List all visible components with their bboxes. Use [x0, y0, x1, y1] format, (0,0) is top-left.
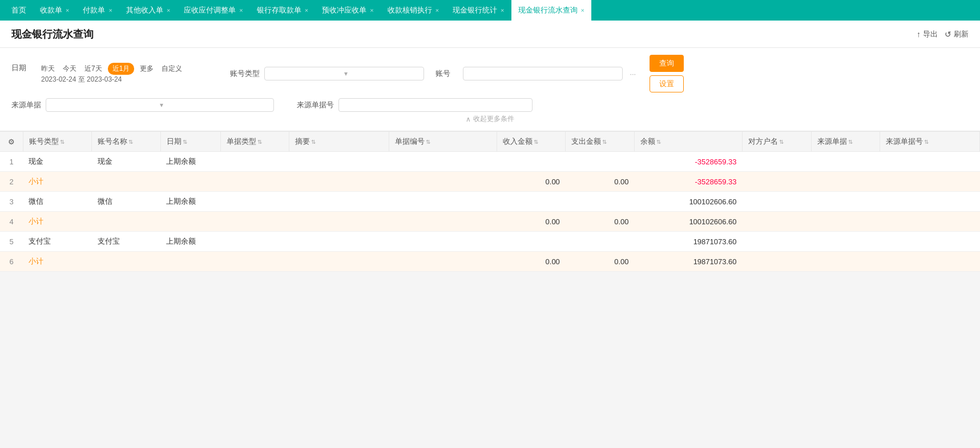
close-cash-bank-flow[interactable]: × [581, 7, 584, 14]
row-doc-no [389, 212, 497, 232]
source-doc-no-input[interactable] [338, 98, 533, 112]
account-no-label: 账号 [435, 68, 458, 79]
row-source-doc [811, 172, 880, 192]
row-doc-type [220, 232, 289, 252]
nav-payment[interactable]: 付款单 × [76, 0, 119, 21]
col-source-doc-no[interactable]: 来源单据号⇅ [880, 132, 980, 152]
row-source-doc [811, 152, 880, 172]
account-no-select[interactable] [463, 67, 623, 80]
row-doc-type [220, 252, 289, 272]
row-date [160, 212, 220, 232]
row-balance: 100102606.60 [635, 192, 743, 212]
close-other-income[interactable]: × [167, 7, 170, 14]
collapse-bar[interactable]: ∧ 收起更多条件 [11, 114, 969, 124]
nav-bank-deposit[interactable]: 银行存取款单 × [250, 0, 315, 21]
source-doc-select[interactable]: ▾ [46, 98, 274, 112]
row-source-doc [811, 252, 880, 272]
close-receipt[interactable]: × [66, 7, 69, 14]
col-income[interactable]: 收入金额⇅ [497, 132, 566, 152]
export-button[interactable]: ↑ 导出 [917, 29, 938, 39]
date-more[interactable]: 更多 [138, 63, 156, 75]
row-expense: 0.00 [566, 212, 635, 232]
query-button[interactable]: 查询 [650, 55, 684, 72]
row-doc-no [389, 172, 497, 192]
row-income [497, 152, 566, 172]
nav-receipt[interactable]: 收款单 × [33, 0, 76, 21]
close-receipt-cancel[interactable]: × [435, 7, 439, 14]
close-ar-ap-adjust[interactable]: × [239, 7, 243, 14]
row-no: 6 [0, 252, 23, 272]
col-doc-type[interactable]: 单据类型⇅ [220, 132, 289, 152]
row-income: 0.00 [497, 252, 566, 272]
table-row: 6小计0.000.0019871073.60 [0, 252, 980, 272]
row-account-type: 小计 [23, 172, 92, 192]
row-no: 1 [0, 152, 23, 172]
nav-other-income[interactable]: 其他收入单 × [119, 0, 177, 21]
export-icon: ↑ [917, 30, 921, 39]
date-7days[interactable]: 近7天 [82, 63, 104, 75]
row-balance: -3528659.33 [635, 172, 743, 192]
col-summary[interactable]: 摘要⇅ [289, 132, 389, 152]
col-expense[interactable]: 支出金额⇅ [566, 132, 635, 152]
nav-cash-bank-stat[interactable]: 现金银行统计 × [446, 0, 511, 21]
col-source-doc[interactable]: 来源单据⇅ [811, 132, 880, 152]
nav-cash-bank-flow[interactable]: 现金银行流水查询 × [511, 0, 591, 21]
source-doc-no-filter: 来源单据号 [297, 98, 533, 112]
table-header-row: ⚙ 账号类型⇅ 账号名称⇅ 日期⇅ 单据类型⇅ 摘要⇅ 单据编号 [0, 132, 980, 152]
col-gear[interactable]: ⚙ [0, 132, 23, 152]
col-account-type[interactable]: 账号类型⇅ [23, 132, 92, 152]
row-account-name [92, 172, 161, 192]
date-options: 昨天 今天 近7天 近1月 更多 自定义 2023-02-24 至 2023-0… [39, 63, 184, 84]
collapse-icon: ∧ [466, 115, 471, 123]
col-account-name[interactable]: 账号名称⇅ [92, 132, 161, 152]
table-row: 1现金现金上期余额-3528659.33 [0, 152, 980, 172]
refresh-button[interactable]: ↺ 刷新 [945, 29, 969, 39]
date-1month[interactable]: 近1月 [108, 63, 135, 75]
source-doc-filter: 来源单据 ▾ [11, 98, 274, 112]
row-doc-type [220, 152, 289, 172]
row-counterpart [743, 232, 812, 252]
row-doc-type [220, 172, 289, 192]
date-yesterday[interactable]: 昨天 [39, 63, 57, 75]
row-source-doc-no [880, 252, 980, 272]
close-advance-write-off[interactable]: × [370, 7, 373, 14]
nav-advance-write-off[interactable]: 预收冲应收单 × [315, 0, 380, 21]
date-custom[interactable]: 自定义 [159, 63, 184, 75]
row-summary [289, 232, 389, 252]
filter-row-2: 来源单据 ▾ 来源单据号 [11, 98, 969, 112]
date-today[interactable]: 今天 [61, 63, 79, 75]
close-bank-deposit[interactable]: × [305, 7, 308, 14]
account-type-filter: 账号类型 ▾ [230, 67, 424, 80]
close-payment[interactable]: × [108, 7, 112, 14]
nav-home[interactable]: 首页 [5, 0, 33, 21]
row-counterpart [743, 172, 812, 192]
col-balance[interactable]: 余额⇅ [635, 132, 743, 152]
date-filter: 日期 昨天 今天 近7天 近1月 更多 自定义 2023-02-24 至 202… [11, 63, 184, 84]
source-doc-dropdown-icon: ▾ [160, 101, 269, 109]
action-buttons: 查询 设置 [650, 55, 684, 92]
nav-receipt-cancel[interactable]: 收款核销执行 × [381, 0, 446, 21]
row-source-doc-no [880, 232, 980, 252]
settings-button[interactable]: 设置 [650, 75, 684, 92]
row-date [160, 172, 220, 192]
account-no-more-btn[interactable]: ··· [627, 70, 638, 78]
table-row: 3微信微信上期余额100102606.60 [0, 192, 980, 212]
row-source-doc [811, 192, 880, 212]
account-type-select[interactable]: ▾ [264, 67, 424, 80]
close-cash-bank-stat[interactable]: × [501, 7, 504, 14]
nav-ar-ap-adjust[interactable]: 应收应付调整单 × [177, 0, 249, 21]
col-counterpart[interactable]: 对方户名⇅ [743, 132, 812, 152]
col-doc-no[interactable]: 单据编号⇅ [389, 132, 497, 152]
filter-area: 日期 昨天 今天 近7天 近1月 更多 自定义 2023-02-24 至 202… [0, 48, 980, 131]
top-nav: 首页 收款单 × 付款单 × 其他收入单 × 应收应付调整单 × 银行存取款单 … [0, 0, 980, 21]
col-date[interactable]: 日期⇅ [160, 132, 220, 152]
header-actions: ↑ 导出 ↺ 刷新 [917, 29, 969, 39]
row-balance: -3528659.33 [635, 152, 743, 172]
row-account-type: 小计 [23, 252, 92, 272]
table-container: ⚙ 账号类型⇅ 账号名称⇅ 日期⇅ 单据类型⇅ 摘要⇅ 单据编号 [0, 131, 980, 272]
row-summary [289, 152, 389, 172]
row-no: 2 [0, 172, 23, 192]
row-account-type: 支付宝 [23, 232, 92, 252]
table-row: 4小计0.000.00100102606.60 [0, 212, 980, 232]
row-source-doc-no [880, 192, 980, 212]
